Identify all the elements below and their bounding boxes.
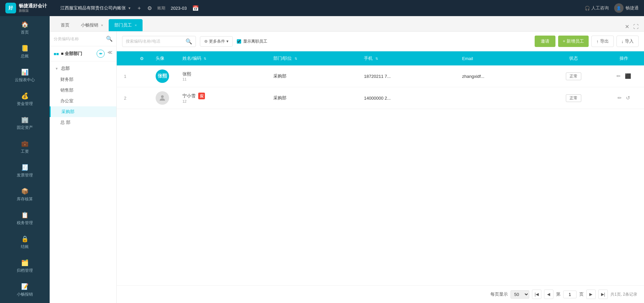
dept-edit-button[interactable]: ✏ (97, 50, 105, 58)
row-name-2: 宁小雪 应 12 (177, 87, 268, 109)
add-button[interactable]: ＋ (137, 5, 142, 12)
col-index (117, 51, 133, 65)
export-button[interactable]: ↑ 导出 (591, 36, 614, 47)
chart-icon: 📊 (21, 68, 29, 76)
toolbar-right: 邀请 + 新增员工 ↑ 导出 ↓ 导入 (535, 36, 639, 47)
sidebar-item-archive[interactable]: 🗂️ 归档管理 (0, 254, 50, 278)
edit-icon-1[interactable]: ✏ (616, 73, 621, 79)
dept-node-hq[interactable]: 总 部 (50, 117, 116, 128)
employee-panel: 🔍 ⊜ 更多条件 ▾ 显示离职员工 邀请 + 新增员工 (117, 32, 644, 303)
dept-collapse-button[interactable]: ≪ (107, 50, 112, 58)
row-status-2: 正常 (543, 87, 604, 109)
sidebar-item-reports[interactable]: 📊 云报表中心 (0, 64, 50, 88)
col-email: Email (457, 51, 543, 65)
col-phone[interactable]: 手机 ⇅ (359, 51, 457, 65)
page-first-button[interactable]: |◀ (532, 290, 541, 299)
sidebar-item-general[interactable]: 📒 总账 (0, 40, 50, 64)
user-area[interactable]: 👤 畅捷通 (614, 3, 639, 13)
row-settings-2 (133, 87, 150, 109)
page-size-select[interactable]: 50 20 100 (511, 290, 529, 299)
header-right: 🎧 人工咨询 👤 畅捷通 (585, 3, 639, 13)
invoice-icon: 🧾 (21, 164, 29, 171)
table-row: 2 (117, 87, 644, 109)
row-dept-1: 采购部 (268, 65, 359, 87)
tab-home[interactable]: 首页 (55, 19, 75, 31)
col-name[interactable]: 姓名/编码 ⇅ (177, 51, 268, 65)
tab-employee[interactable]: 部门员工 × (109, 19, 142, 31)
app-logo-icon: 好 (5, 3, 16, 13)
dept-node-headquarter[interactable]: ▼ 总部 (50, 63, 116, 74)
dept-node-sales[interactable]: 销售部 (50, 85, 116, 96)
close-tab-icon[interactable]: ✕ (625, 23, 629, 30)
dept-search-area: 🔍 (50, 32, 116, 46)
money-icon: 💰 (21, 92, 29, 100)
row-avatar-2 (150, 87, 177, 109)
employee-search-box: 🔍 (122, 36, 196, 47)
sidebar-item-close[interactable]: 🔒 结账 (0, 231, 50, 254)
main-layout: 🏠 首页 📒 总账 📊 云报表中心 💰 资金管理 🏢 固定资产 💼 工资 🧾 发… (0, 16, 644, 303)
row-index-1: 1 (117, 65, 133, 87)
search-icon[interactable]: 🔍 (185, 38, 192, 45)
page-last-button[interactable]: ▶| (598, 290, 608, 299)
show-resigned-checkbox[interactable] (237, 39, 241, 44)
dept-node-purchase[interactable]: 采购部 (50, 106, 116, 117)
settings-col-icon: ⚙ (140, 56, 144, 61)
sidebar-item-funds[interactable]: 💰 资金管理 (0, 88, 50, 111)
status-badge-2: 正常 (566, 94, 581, 102)
col-dept[interactable]: 部门/职位 ⇅ (268, 51, 359, 65)
row-actions-1: ✏ ⬛ (604, 65, 644, 87)
pencil-icon: ✏ (99, 52, 102, 56)
tab-close-employee[interactable]: × (135, 23, 137, 27)
row-email-2 (457, 87, 543, 109)
employee-search-input[interactable] (126, 39, 183, 44)
calendar-icon[interactable]: 📅 (192, 5, 199, 11)
box-icon: 📦 (21, 188, 29, 195)
sidebar-item-salary[interactable]: 💼 工资 (0, 135, 50, 159)
page-next-button[interactable]: ▶ (586, 290, 596, 299)
tabs-bar: 首页 小畅报销 × 部门员工 × ✕ ⛶ (50, 16, 644, 32)
logo-area: 好 畅捷通好会计 旗舰版 (5, 3, 55, 13)
tab-close-expense[interactable]: × (101, 23, 103, 27)
dept-search-input[interactable] (54, 37, 104, 41)
svg-point-0 (161, 95, 164, 98)
sidebar-item-invoice[interactable]: 🧾 发票管理 (0, 159, 50, 183)
export-icon: ↑ (596, 39, 599, 44)
dept-header: ■■ ■ 全部部门 ✏ ≪ (50, 46, 116, 61)
settings-icon[interactable]: ⚙ (147, 5, 152, 11)
dept-node-office[interactable]: 办公室 (50, 96, 116, 106)
service-button[interactable]: 🎧 人工咨询 (585, 5, 609, 11)
building-icon: 🏢 (21, 116, 29, 123)
add-employee-button[interactable]: + 新增员工 (558, 36, 589, 47)
sort-name-icon: ⇅ (204, 57, 206, 60)
sidebar-item-inventory[interactable]: 📦 库存核算 (0, 183, 50, 207)
import-button[interactable]: ↓ 导入 (616, 36, 639, 47)
dept-search-icon[interactable]: 🔍 (106, 36, 113, 42)
page-prev-button[interactable]: ◀ (544, 290, 553, 299)
company-selector[interactable]: 江西服宝精品有限责任公司内账张 ▼ (60, 5, 131, 11)
sidebar-item-home[interactable]: 🏠 首页 (0, 16, 50, 40)
archive-icon: 🗂️ (21, 259, 29, 266)
row-email-1: zhangxidf... (457, 65, 543, 87)
employee-table: ⚙ 头像 姓名/编码 ⇅ 部门/职位 ⇅ (117, 51, 644, 285)
row-settings-1 (133, 65, 150, 87)
salary-icon: 💼 (21, 140, 29, 147)
invite-button[interactable]: 邀请 (535, 36, 555, 47)
logout-icon-1[interactable]: ⬛ (625, 73, 631, 79)
sidebar-item-expense[interactable]: 📝 小畅报销 (0, 278, 50, 302)
dept-all-departments-icon: ■■ (54, 51, 59, 56)
header-actions: ＋ ⚙ 账期 2023-03 📅 (137, 5, 199, 12)
filter-button[interactable]: ⊜ 更多条件 ▾ (200, 36, 233, 47)
col-settings[interactable]: ⚙ (133, 51, 150, 65)
col-action: 操作 (604, 51, 644, 65)
sidebar-item-tax[interactable]: 📋 税务管理 (0, 207, 50, 231)
home-icon: 🏠 (21, 21, 29, 28)
maximize-icon[interactable]: ⛶ (633, 24, 639, 30)
edit-icon-2[interactable]: ✏ (618, 95, 622, 101)
tab-expense[interactable]: 小畅报销 × (75, 19, 109, 31)
row-status-1: 正常 (543, 65, 604, 87)
page-number-input[interactable] (563, 291, 577, 298)
chevron-down-icon: ▼ (128, 6, 131, 10)
sidebar-item-assets[interactable]: 🏢 固定资产 (0, 111, 50, 135)
dept-node-finance[interactable]: 财务部 (50, 74, 116, 85)
refresh-icon-2[interactable]: ↺ (626, 95, 630, 101)
